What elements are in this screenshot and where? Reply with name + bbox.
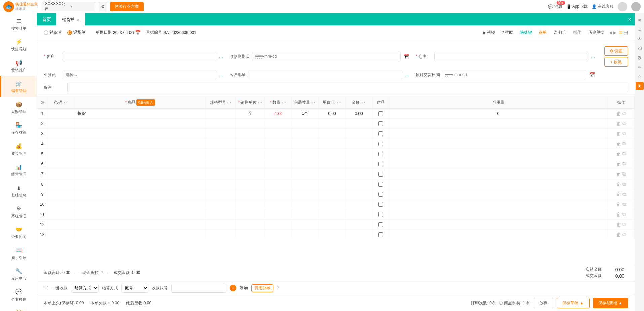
radio-return[interactable]: 退货单 — [67, 30, 85, 35]
delete-row-icon[interactable]: 🗑 — [616, 232, 621, 237]
tab-close-icon[interactable]: × — [77, 17, 79, 22]
rp-tag-icon[interactable]: 🏷 — [636, 44, 644, 52]
col-settings[interactable]: ⚙ — [37, 96, 48, 109]
payment-amount-input[interactable] — [171, 284, 226, 293]
copy-row-icon[interactable]: ⧉ — [622, 161, 626, 167]
radio-sales[interactable]: 销货单 — [44, 30, 62, 35]
gift-checkbox[interactable] — [378, 232, 383, 237]
save-draft-button[interactable]: 保存草稿 ▲ — [557, 298, 590, 308]
remarks-input[interactable] — [67, 83, 628, 92]
expense-btn[interactable]: 费用分摊 — [251, 284, 273, 292]
delete-row-icon[interactable]: 🗑 — [616, 182, 621, 187]
delete-row-icon[interactable]: 🗑 — [616, 202, 621, 207]
abandon-button[interactable]: 放弃 — [534, 298, 553, 308]
gift-checkbox[interactable] — [378, 142, 383, 146]
sidebar-item-finance[interactable]: 💰 资金管理 — [0, 139, 37, 159]
sidebar-item-purchase[interactable]: 📦 采购管理 — [0, 97, 37, 118]
settings-side-btn[interactable]: ⚙ 设置 — [604, 46, 628, 56]
customer-addr-input[interactable] — [249, 70, 402, 79]
copy-row-icon[interactable]: ⧉ — [622, 141, 626, 147]
customer-input[interactable] — [63, 52, 216, 61]
calendar-icon[interactable]: 📅 — [135, 30, 141, 35]
rp-list2-icon[interactable]: ≡ — [636, 26, 644, 34]
company-selector[interactable]: XXXXXX公司 ▼ — [42, 2, 96, 11]
sidebar-item-search[interactable]: ☰ 搜索菜单 — [0, 13, 37, 34]
tab-sales-order[interactable]: 销货单 × — [56, 13, 85, 26]
next-icon[interactable]: ▶ — [613, 30, 616, 35]
sidebar-item-cooperation[interactable]: 🤝 企业协同 — [0, 222, 37, 243]
online-service-button[interactable]: 👤 在线客服 — [592, 4, 614, 9]
settings-button[interactable]: ⚙ — [98, 2, 107, 11]
avatar-2[interactable] — [631, 2, 641, 11]
gift-checkbox[interactable] — [378, 121, 383, 126]
sidebar-item-membership[interactable]: 👑 畅会员 — [0, 305, 37, 311]
sidebar-item-system[interactable]: ⚙ 系统管理 — [0, 201, 37, 222]
sidebar-item-apps[interactable]: 🔧 应用中心 — [0, 264, 37, 284]
copy-row-icon[interactable]: ⧉ — [622, 151, 626, 157]
delete-row-icon[interactable]: 🗑 — [616, 111, 621, 116]
rp-eye-icon[interactable]: 👁 — [636, 35, 644, 43]
customer-more-icon[interactable]: ... — [219, 54, 223, 59]
gift-checkbox[interactable] — [378, 202, 383, 207]
save-new-button[interactable]: 保存&新增 ▲ — [593, 298, 628, 308]
gift-checkbox[interactable] — [378, 131, 383, 136]
calendar-expected-icon[interactable]: 📅 — [589, 72, 595, 77]
logistics-btn[interactable]: + 物流 — [604, 57, 628, 67]
delete-row-icon[interactable]: 🗑 — [616, 131, 621, 137]
copy-row-icon[interactable]: ⧉ — [622, 191, 626, 197]
copy-row-icon[interactable]: ⧉ — [622, 211, 626, 217]
shortcut-btn[interactable]: 快捷键 — [518, 29, 534, 36]
delete-row-icon[interactable]: 🗑 — [616, 171, 621, 177]
delete-row-icon[interactable]: 🗑 — [616, 192, 621, 197]
select-bill-btn[interactable]: 选单 — [537, 29, 549, 36]
delete-row-icon[interactable]: 🗑 — [616, 212, 621, 217]
copy-row-icon[interactable]: ⧉ — [622, 121, 626, 126]
grid-view-icon[interactable]: ⊞ — [623, 29, 628, 36]
tab-home[interactable]: 首页 — [37, 13, 56, 26]
close-window-icon[interactable]: ✕ — [628, 17, 631, 22]
gift-checkbox[interactable] — [378, 152, 383, 156]
payment-add-button[interactable]: + — [230, 285, 236, 291]
salesman-more-icon[interactable]: ... — [219, 72, 223, 77]
sidebar-item-quick-nav[interactable]: ⚡ 快捷导航 — [0, 34, 37, 55]
salesman-input[interactable] — [63, 70, 216, 79]
copy-row-icon[interactable]: ⧉ — [622, 232, 626, 237]
copy-row-icon[interactable]: ⧉ — [622, 201, 626, 207]
gift-checkbox[interactable] — [378, 111, 383, 116]
rp-gear-icon[interactable]: ⚙ — [636, 54, 644, 62]
sidebar-item-guide[interactable]: 📖 新手引导 — [0, 243, 37, 264]
prev-icon[interactable]: ◀ — [609, 30, 612, 35]
payment-method-select[interactable]: 结算方式 — [71, 284, 99, 293]
expected-date-input[interactable] — [442, 70, 586, 79]
avatar[interactable] — [618, 2, 627, 11]
sidebar-item-wechat[interactable]: 💬 企业微信 — [0, 284, 37, 305]
delete-row-icon[interactable]: 🗑 — [616, 222, 621, 227]
scan-button[interactable]: 扫码录入 — [136, 99, 155, 106]
calendar-due-icon[interactable]: 📅 — [403, 54, 409, 59]
one-click-payment-checkbox[interactable] — [44, 286, 48, 290]
history-btn[interactable]: 历史单据 — [586, 29, 606, 36]
help-btn[interactable]: ? 帮助 — [500, 29, 515, 36]
copy-row-icon[interactable]: ⧉ — [622, 131, 626, 137]
trial-button[interactable]: 体验行业方案 — [110, 2, 144, 11]
gift-checkbox[interactable] — [378, 182, 383, 187]
payment-account-select[interactable]: 账号 — [121, 284, 148, 293]
rp-list-icon[interactable]: ≡ — [636, 16, 644, 24]
copy-row-icon[interactable]: ⧉ — [622, 222, 626, 227]
operation-btn[interactable]: 操作 — [571, 29, 583, 36]
video-btn[interactable]: ▶ 视频 — [481, 29, 497, 36]
delete-row-icon[interactable]: 🗑 — [616, 161, 621, 167]
warehouse-input[interactable]: 建材仓 — [434, 52, 588, 61]
addr-more-icon[interactable]: ... — [405, 72, 409, 77]
sidebar-item-inventory[interactable]: 🏪 库存核算 — [0, 118, 37, 139]
gift-checkbox[interactable] — [378, 162, 383, 166]
copy-row-icon[interactable]: ⧉ — [622, 111, 626, 116]
rp-edit-icon[interactable]: ✏ — [636, 63, 644, 71]
delete-row-icon[interactable]: 🗑 — [616, 121, 621, 126]
print-btn[interactable]: 🖨 打印 — [552, 29, 569, 36]
gift-checkbox[interactable] — [378, 172, 383, 177]
gift-checkbox[interactable] — [378, 212, 383, 217]
rp-star-icon[interactable]: ☆ — [636, 73, 644, 81]
sidebar-item-basic-info[interactable]: ℹ 基础信息 — [0, 180, 37, 201]
copy-row-icon[interactable]: ⧉ — [622, 181, 626, 187]
